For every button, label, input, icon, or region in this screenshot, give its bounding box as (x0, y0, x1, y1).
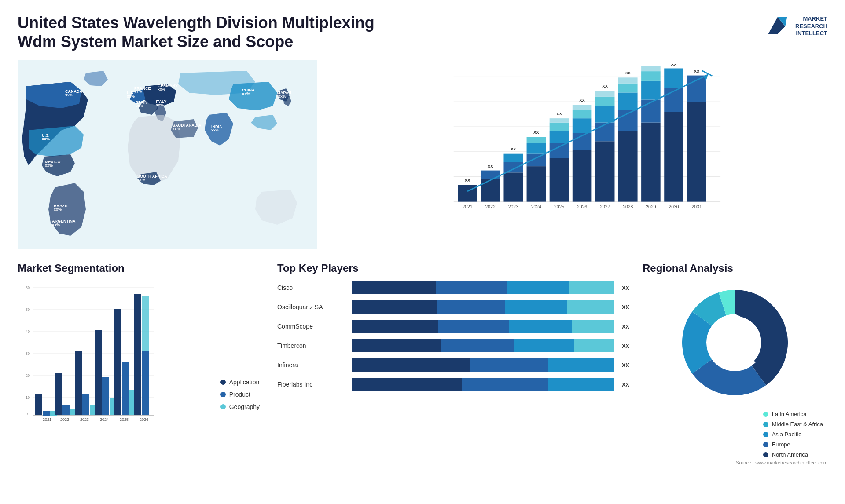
svg-text:2024: 2024 (531, 205, 541, 209)
key-players-section: Top Key Players Cisco XX (277, 262, 629, 451)
player-xx-fiberlabs: XX (622, 381, 629, 388)
svg-text:XX: XX (671, 64, 677, 66)
svg-rect-139 (142, 351, 149, 415)
svg-text:xx%: xx% (65, 93, 73, 97)
svg-rect-78 (618, 131, 638, 202)
legend-label-geography: Geography (229, 403, 260, 410)
svg-rect-82 (618, 78, 638, 84)
legend-item-geography: Geography (220, 403, 260, 410)
svg-text:xx%: xx% (211, 128, 219, 132)
svg-rect-88 (641, 71, 661, 81)
player-row-infinera: Infinera XX (277, 358, 629, 372)
svg-rect-72 (595, 123, 615, 142)
segmentation-section: Market Segmentation 60 50 40 30 20 10 0 (18, 262, 264, 451)
svg-text:XX: XX (488, 164, 493, 168)
svg-rect-61 (550, 119, 569, 123)
segmentation-legend: Application Product Geography (216, 374, 264, 424)
svg-text:2028: 2028 (623, 205, 633, 209)
player-bar-cisco (352, 281, 614, 294)
svg-rect-134 (114, 309, 121, 415)
svg-rect-54 (527, 137, 546, 143)
bar-seg3 (548, 358, 614, 372)
svg-rect-60 (550, 123, 569, 131)
svg-text:xx%: xx% (278, 94, 286, 99)
player-bar-fiberlabs (352, 378, 614, 391)
key-players-title: Top Key Players (277, 262, 629, 274)
player-xx-commscope: XX (622, 323, 629, 330)
svg-text:2027: 2027 (600, 205, 610, 209)
page-title: United States Wavelength Division Multip… (18, 13, 414, 51)
player-row-fiberlabs: Fiberlabs Inc XX (277, 378, 629, 391)
svg-text:XX: XX (625, 70, 631, 75)
player-bar-oscilloquartz (352, 300, 614, 314)
dot-latin-america (763, 412, 768, 417)
svg-text:2022: 2022 (485, 205, 496, 209)
bar-seg2 (437, 300, 505, 314)
label-asia-pacific: Asia Pacific (772, 431, 801, 438)
svg-text:60: 60 (26, 285, 30, 290)
legend-item-product: Product (220, 391, 260, 398)
bar-seg1 (352, 300, 437, 314)
player-xx-cisco: XX (622, 285, 629, 291)
player-name-timbercon: Timbercon (277, 342, 348, 349)
player-row-cisco: Cisco XX (277, 281, 629, 294)
legend-label-application: Application (229, 379, 260, 386)
bar-seg1 (352, 358, 470, 372)
segmentation-title: Market Segmentation (18, 262, 264, 274)
label-north-america: North America (772, 451, 808, 458)
svg-text:2021: 2021 (43, 417, 51, 422)
player-row-commscope: CommScope XX (277, 320, 629, 333)
legend-label-product: Product (229, 391, 250, 398)
svg-text:xx%: xx% (158, 87, 165, 91)
svg-rect-122 (55, 373, 62, 415)
bar-seg3 (509, 320, 572, 333)
header: United States Wavelength Division Multip… (18, 13, 827, 51)
bar-seg1 (352, 281, 436, 294)
svg-rect-59 (550, 131, 569, 143)
svg-text:xx%: xx% (134, 90, 142, 94)
svg-text:XX: XX (556, 111, 562, 116)
regional-content: Latin America Middle East & Africa Asia … (643, 281, 827, 465)
segmentation-chart: 60 50 40 30 20 10 0 (18, 281, 158, 422)
svg-rect-64 (573, 150, 592, 202)
bar-seg3 (507, 281, 569, 294)
svg-text:2025: 2025 (554, 205, 564, 209)
svg-rect-68 (573, 105, 592, 110)
label-europe: Europe (772, 441, 790, 448)
player-name-infinera: Infinera (277, 362, 348, 369)
svg-text:2024: 2024 (100, 417, 109, 422)
svg-rect-75 (595, 91, 615, 97)
svg-text:2022: 2022 (60, 417, 69, 422)
svg-text:20: 20 (26, 373, 30, 378)
svg-rect-52 (527, 154, 546, 166)
dot-europe (763, 442, 768, 447)
svg-text:xx%: xx% (136, 104, 143, 108)
svg-text:2030: 2030 (669, 205, 679, 209)
player-bar-commscope (352, 320, 614, 333)
regional-legend-asia-pacific: Asia Pacific (763, 431, 823, 438)
svg-text:xx%: xx% (156, 103, 164, 107)
svg-text:XX: XX (533, 130, 539, 135)
world-map: CANADA xx% U.S. xx% MEXICO xx% BRAZIL xx… (18, 60, 317, 249)
label-middle-east: Middle East & Africa (772, 421, 823, 427)
legend-item-application: Application (220, 379, 260, 386)
legend-dot-product (220, 392, 226, 397)
svg-rect-51 (527, 166, 546, 202)
svg-rect-94 (664, 69, 683, 88)
legend-dot-geography (220, 404, 226, 409)
svg-rect-85 (641, 123, 661, 202)
player-xx-infinera: XX (622, 362, 629, 369)
page: United States Wavelength Division Multip… (0, 0, 845, 504)
top-section: CANADA xx% U.S. xx% MEXICO xx% BRAZIL xx… (18, 60, 827, 249)
bar-seg1 (352, 320, 438, 333)
svg-rect-42 (481, 179, 500, 202)
logo-icon (764, 13, 791, 40)
dot-asia-pacific (763, 432, 768, 437)
bottom-section: Market Segmentation 60 50 40 30 20 10 0 (18, 262, 827, 451)
svg-rect-81 (618, 84, 638, 93)
svg-text:XX: XX (465, 178, 470, 183)
svg-text:XX: XX (648, 64, 654, 65)
svg-rect-47 (503, 162, 523, 173)
map-container: CANADA xx% U.S. xx% MEXICO xx% BRAZIL xx… (18, 60, 317, 249)
svg-text:40: 40 (26, 329, 30, 334)
